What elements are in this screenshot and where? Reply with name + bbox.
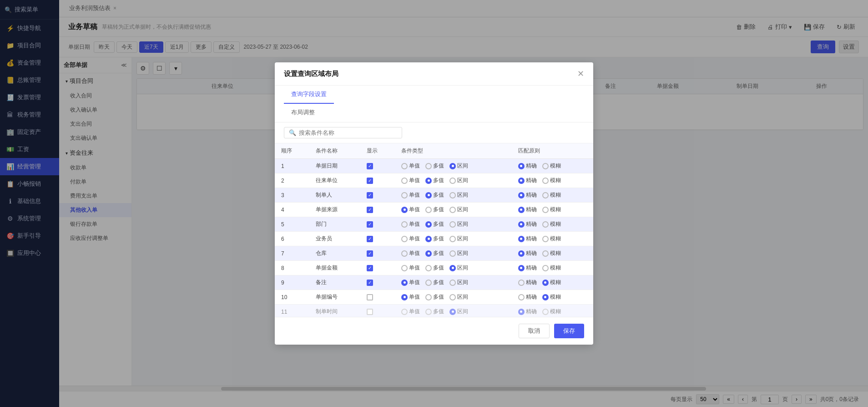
radio-range[interactable]: 区间 (449, 293, 468, 301)
radio-fuzzy-circle[interactable] (542, 280, 549, 286)
radio-multi-circle[interactable] (425, 221, 432, 228)
radio-single[interactable]: 单值 (401, 249, 420, 257)
radio-multi-circle[interactable] (425, 192, 432, 198)
radio-exact[interactable]: 精确 (518, 235, 537, 243)
radio-multi-circle[interactable] (425, 280, 432, 286)
radio-fuzzy-circle[interactable] (542, 309, 549, 315)
show-checkbox[interactable] (367, 178, 373, 184)
radio-range[interactable]: 区间 (449, 191, 468, 199)
radio-single-circle[interactable] (401, 163, 408, 169)
cell-show[interactable] (360, 246, 395, 261)
radio-single[interactable]: 单值 (401, 177, 420, 184)
radio-fuzzy[interactable]: 模糊 (542, 249, 561, 257)
radio-fuzzy-circle[interactable] (542, 163, 549, 169)
save-modal-button[interactable]: 保存 (554, 324, 584, 338)
radio-exact[interactable]: 精确 (518, 308, 537, 315)
radio-exact-circle[interactable] (518, 309, 525, 315)
radio-single[interactable]: 单值 (401, 220, 420, 228)
radio-exact[interactable]: 精确 (518, 249, 537, 257)
radio-single[interactable]: 单值 (401, 235, 420, 243)
radio-single[interactable]: 单值 (401, 279, 420, 286)
radio-single-circle[interactable] (401, 309, 408, 315)
radio-single[interactable]: 单值 (401, 308, 420, 315)
radio-range-circle[interactable] (449, 221, 456, 228)
radio-single-circle[interactable] (401, 265, 408, 271)
radio-single-circle[interactable] (401, 250, 408, 257)
radio-single[interactable]: 单值 (401, 293, 420, 301)
radio-single-circle[interactable] (401, 207, 408, 213)
radio-fuzzy[interactable]: 模糊 (542, 293, 561, 301)
show-checkbox-empty[interactable] (367, 309, 373, 315)
radio-exact[interactable]: 精确 (518, 279, 537, 286)
modal-tab-布局调整[interactable]: 布局调整 (284, 104, 334, 122)
radio-exact-circle[interactable] (518, 236, 525, 242)
radio-multi-circle[interactable] (425, 236, 432, 242)
radio-exact[interactable]: 精确 (518, 293, 537, 301)
radio-exact[interactable]: 精确 (518, 177, 537, 184)
radio-exact-circle[interactable] (518, 294, 525, 300)
cell-show[interactable] (360, 203, 395, 217)
radio-exact[interactable]: 精确 (518, 220, 537, 228)
radio-exact[interactable]: 精确 (518, 264, 537, 272)
radio-exact-circle[interactable] (518, 163, 525, 169)
radio-range[interactable]: 区间 (449, 279, 468, 286)
radio-exact-circle[interactable] (518, 178, 525, 184)
radio-single-circle[interactable] (401, 280, 408, 286)
modal-tab-查询字段设置[interactable]: 查询字段设置 (284, 86, 334, 104)
radio-single-circle[interactable] (401, 236, 408, 242)
radio-exact-circle[interactable] (518, 250, 525, 257)
cell-show[interactable] (360, 188, 395, 203)
radio-multi[interactable]: 多值 (425, 191, 444, 199)
radio-fuzzy-circle[interactable] (542, 250, 549, 257)
cell-show[interactable] (360, 290, 395, 305)
radio-range[interactable]: 区间 (449, 206, 468, 214)
radio-range-circle[interactable] (449, 250, 456, 257)
radio-single-circle[interactable] (401, 221, 408, 228)
radio-single[interactable]: 单值 (401, 264, 420, 272)
radio-single[interactable]: 单值 (401, 162, 420, 170)
radio-multi[interactable]: 多值 (425, 220, 444, 228)
radio-fuzzy-circle[interactable] (542, 207, 549, 213)
cell-show[interactable] (360, 173, 395, 188)
radio-fuzzy[interactable]: 模糊 (542, 308, 561, 315)
radio-multi[interactable]: 多值 (425, 177, 444, 184)
radio-multi[interactable]: 多值 (425, 206, 444, 214)
radio-fuzzy-circle[interactable] (542, 265, 549, 271)
cell-show[interactable] (360, 217, 395, 232)
radio-range-circle[interactable] (449, 207, 456, 213)
radio-fuzzy[interactable]: 模糊 (542, 177, 561, 184)
radio-fuzzy[interactable]: 模糊 (542, 206, 561, 214)
radio-multi-circle[interactable] (425, 178, 432, 184)
modal-search-input[interactable] (299, 129, 397, 136)
radio-single[interactable]: 单值 (401, 191, 420, 199)
radio-multi[interactable]: 多值 (425, 308, 444, 315)
radio-range-circle[interactable] (449, 294, 456, 300)
show-checkbox[interactable] (367, 163, 373, 169)
radio-exact-circle[interactable] (518, 207, 525, 213)
radio-range-circle[interactable] (449, 178, 456, 184)
radio-fuzzy-circle[interactable] (542, 294, 549, 300)
modal-close-button[interactable]: ✕ (577, 69, 584, 79)
radio-range[interactable]: 区间 (449, 264, 468, 272)
radio-range-circle[interactable] (449, 265, 456, 271)
radio-single-circle[interactable] (401, 178, 408, 184)
radio-multi[interactable]: 多值 (425, 235, 444, 243)
radio-fuzzy-circle[interactable] (542, 178, 549, 184)
radio-exact-circle[interactable] (518, 221, 525, 228)
show-checkbox[interactable] (367, 221, 373, 228)
radio-single[interactable]: 单值 (401, 206, 420, 214)
radio-range[interactable]: 区间 (449, 162, 468, 170)
radio-range-circle[interactable] (449, 309, 456, 315)
radio-range-circle[interactable] (449, 163, 456, 169)
radio-range-circle[interactable] (449, 280, 456, 286)
radio-fuzzy[interactable]: 模糊 (542, 162, 561, 170)
radio-exact-circle[interactable] (518, 192, 525, 198)
radio-fuzzy[interactable]: 模糊 (542, 264, 561, 272)
radio-exact[interactable]: 精确 (518, 206, 537, 214)
radio-single-circle[interactable] (401, 192, 408, 198)
show-checkbox[interactable] (367, 236, 373, 242)
radio-multi[interactable]: 多值 (425, 249, 444, 257)
cell-show[interactable] (360, 275, 395, 290)
radio-fuzzy[interactable]: 模糊 (542, 279, 561, 286)
cell-show[interactable] (360, 305, 395, 317)
